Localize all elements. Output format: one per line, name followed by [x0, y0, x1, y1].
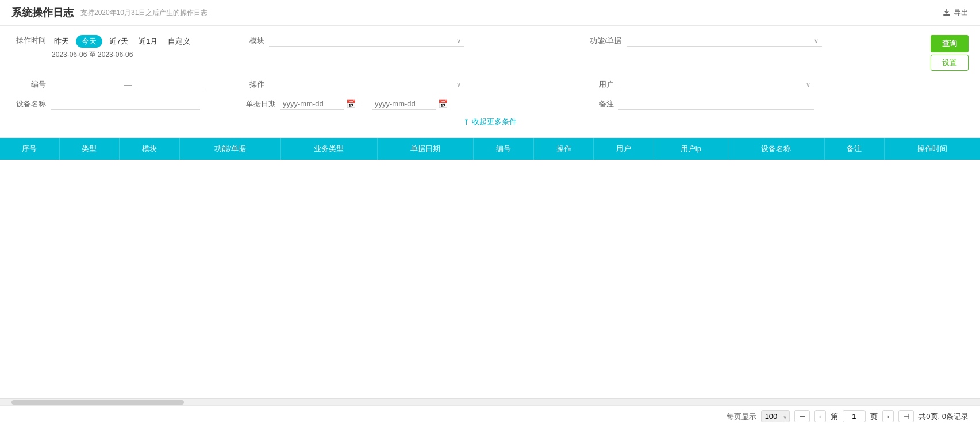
code-dash: —: [124, 80, 132, 89]
pagination-bar: 每页显示 100 10 20 50 200 ⊢ ‹ 第 页 › ⊣ 共0页, 0…: [0, 405, 980, 427]
calendar-end-icon[interactable]: 📅: [438, 99, 448, 109]
empty-area: [0, 160, 980, 344]
operation-label: 操作: [241, 79, 264, 90]
page-number-input[interactable]: [843, 410, 866, 422]
date-end-input[interactable]: [372, 98, 436, 110]
per-page-select[interactable]: 100 10 20 50 200: [761, 410, 790, 422]
time-label: 操作时间: [11, 35, 46, 45]
first-page-button[interactable]: ⊢: [794, 410, 810, 422]
date-dash: —: [360, 100, 368, 109]
device-input[interactable]: [51, 98, 200, 110]
col-remark: 备注: [824, 138, 884, 160]
prev-page-button[interactable]: ‹: [814, 410, 826, 422]
collapse-label: 收起更多条件: [472, 117, 517, 127]
code-label: 编号: [11, 79, 46, 90]
export-icon: [942, 8, 951, 17]
code-end-input[interactable]: [136, 79, 205, 90]
date-start-input[interactable]: [280, 98, 344, 110]
query-button[interactable]: 查询: [931, 35, 969, 52]
time-opt-7days[interactable]: 近7天: [106, 35, 132, 48]
collapse-button[interactable]: ⤒ 收起更多条件: [463, 117, 517, 127]
time-opt-yesterday[interactable]: 昨天: [51, 35, 72, 48]
col-user-ip: 用户ip: [654, 138, 728, 160]
function-select[interactable]: [627, 35, 822, 47]
page-unit: 页: [870, 411, 878, 422]
table-header-row: 序号 类型 模块 功能/单据 业务类型 单据日期 编号 操作 用户 用户ip 设…: [0, 138, 980, 160]
horizontal-scrollbar[interactable]: [0, 398, 980, 405]
next-page-button[interactable]: ›: [882, 410, 894, 422]
device-label: 设备名称: [11, 99, 46, 109]
col-function: 功能/单据: [179, 138, 280, 160]
page-subtitle: 支持2020年10月31日之后产生的操作日志: [80, 8, 207, 18]
time-range-display: 2023-06-06 至 2023-06-06: [52, 50, 194, 60]
user-select[interactable]: [618, 79, 814, 90]
page-label: 第: [831, 411, 838, 422]
export-button[interactable]: 导出: [942, 7, 969, 18]
data-table: 序号 类型 模块 功能/单据 业务类型 单据日期 编号 操作 用户 用户ip 设…: [0, 138, 980, 160]
last-page-button[interactable]: ⊣: [898, 410, 914, 422]
col-op-time: 操作时间: [884, 138, 980, 160]
function-label: 功能/单据: [587, 36, 622, 46]
time-opt-1month[interactable]: 近1月: [135, 35, 161, 48]
operation-select[interactable]: [269, 79, 464, 90]
col-code: 编号: [474, 138, 533, 160]
col-doc-date: 单据日期: [377, 138, 474, 160]
col-seq: 序号: [0, 138, 59, 160]
per-page-wrapper: 100 10 20 50 200: [761, 410, 790, 422]
svg-rect-0: [943, 14, 950, 16]
total-label: 共0页, 0条记录: [918, 411, 969, 422]
user-label: 用户: [579, 79, 614, 90]
module-select[interactable]: [269, 35, 464, 47]
calendar-start-icon[interactable]: 📅: [346, 99, 356, 109]
col-biz-type: 业务类型: [281, 138, 378, 160]
time-options-group: 昨天 今天 近7天 近1月 自定义: [51, 35, 194, 48]
col-user: 用户: [594, 138, 654, 160]
scrollbar-thumb[interactable]: [11, 400, 184, 405]
collapse-row: ⤒ 收起更多条件: [11, 114, 969, 132]
per-page-label: 每页显示: [727, 411, 756, 422]
time-opt-custom[interactable]: 自定义: [164, 35, 194, 48]
code-start-input[interactable]: [51, 79, 120, 90]
col-device: 设备名称: [728, 138, 824, 160]
col-type: 类型: [59, 138, 119, 160]
col-operation: 操作: [533, 138, 593, 160]
col-module: 模块: [120, 138, 179, 160]
doc-date-label: 单据日期: [241, 99, 276, 109]
time-opt-today[interactable]: 今天: [76, 35, 102, 48]
setting-button[interactable]: 设置: [931, 55, 969, 71]
collapse-chevron-icon: ⤒: [463, 118, 470, 126]
action-buttons: 查询 设置: [931, 35, 969, 71]
page-title: 系统操作日志: [11, 6, 74, 20]
module-label: 模块: [241, 36, 264, 46]
remark-label: 备注: [579, 99, 614, 109]
remark-input[interactable]: [618, 98, 814, 110]
